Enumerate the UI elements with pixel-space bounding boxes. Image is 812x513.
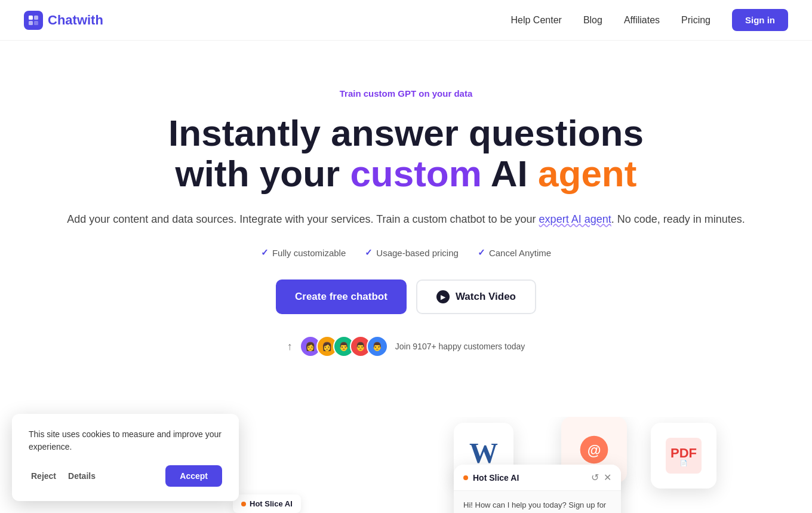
- svg-rect-1: [34, 16, 38, 20]
- chatbot-name-tag: Hot Slice AI: [233, 494, 301, 513]
- svg-rect-2: [29, 21, 33, 25]
- chat-header-actions: ↺ ✕: [591, 472, 611, 483]
- hero-features: ✓ Fully customizable ✓ Usage-based prici…: [12, 247, 800, 258]
- hubspot-icon: @: [579, 435, 609, 465]
- create-chatbot-button[interactable]: Create free chatbot: [276, 279, 407, 314]
- nav-affiliates[interactable]: Affiliates: [624, 15, 660, 26]
- nav-links: Help Center Blog Affiliates Pricing Sign…: [511, 9, 789, 31]
- chat-status-dot: [463, 475, 468, 480]
- hero-title: Instantly answer questions with your cus…: [137, 113, 675, 194]
- nav-help-center[interactable]: Help Center: [511, 15, 562, 26]
- hero-ctas: Create free chatbot ▶ Watch Video: [12, 279, 800, 314]
- pdf-icon: PDF 📄: [666, 438, 702, 474]
- hero-title-agent: agent: [538, 153, 636, 194]
- cookie-banner: This site uses cookies to measure and im…: [12, 414, 239, 501]
- expert-ai-agent-link[interactable]: expert AI agent: [539, 213, 611, 225]
- refresh-icon: ↺: [591, 472, 599, 483]
- avatar-5: 👨: [367, 336, 388, 357]
- signin-button[interactable]: Sign in: [732, 9, 788, 31]
- close-icon: ✕: [604, 472, 611, 483]
- cookie-reject-button[interactable]: Reject: [29, 466, 59, 486]
- navbar: Chatwith Help Center Blog Affiliates Pri…: [0, 0, 812, 41]
- nav-pricing[interactable]: Pricing: [681, 15, 710, 26]
- hero-section: Train custom GPT on your data Instantly …: [0, 41, 812, 417]
- svg-text:PDF: PDF: [670, 446, 697, 460]
- svg-rect-0: [29, 16, 33, 20]
- nav-blog[interactable]: Blog: [583, 15, 602, 26]
- logo[interactable]: Chatwith: [24, 11, 103, 30]
- cookie-details-button[interactable]: Details: [66, 466, 98, 486]
- customer-avatars: 👩 👩 👨 👨 👨: [300, 336, 388, 357]
- chat-widget: Hot Slice AI ↺ ✕ Hi! How can I help you …: [454, 465, 621, 513]
- chat-bot-name: Hot Slice AI: [463, 473, 519, 483]
- svg-rect-3: [34, 21, 38, 25]
- logo-text: Chatwith: [48, 13, 103, 28]
- feature-pricing: ✓ Usage-based pricing: [365, 247, 459, 258]
- chat-header: Hot Slice AI ↺ ✕: [454, 465, 621, 491]
- feature-cancel: ✓ Cancel Anytime: [478, 247, 551, 258]
- play-icon: ▶: [436, 290, 450, 303]
- social-proof-text: Join 9107+ happy customers today: [395, 342, 525, 351]
- cookie-message: This site uses cookies to measure and im…: [29, 428, 222, 453]
- svg-text:@: @: [588, 443, 601, 458]
- chat-body: Hi! How can I help you today? Sign up fo…: [454, 491, 621, 513]
- cookie-accept-button[interactable]: Accept: [165, 465, 222, 487]
- hero-title-line1: Instantly answer questions: [168, 112, 644, 153]
- hero-title-ai: AI: [482, 153, 538, 194]
- cookie-actions: Reject Details Accept: [29, 465, 222, 487]
- hero-description: Add your content and data sources. Integ…: [12, 211, 800, 228]
- social-proof: ↑ 👩 👩 👨 👨 👨 Join 9107+ happy customers t…: [12, 336, 800, 357]
- pdf-icon-card: PDF 📄: [651, 423, 716, 489]
- hero-title-custom: custom: [350, 153, 481, 194]
- logo-icon: [24, 11, 43, 30]
- hero-subtitle: Train custom GPT on your data: [12, 88, 800, 99]
- share-icon: ↑: [287, 340, 293, 353]
- feature-customizable: ✓ Fully customizable: [261, 247, 346, 258]
- svg-text:📄: 📄: [680, 459, 688, 467]
- bot-status-dot: [241, 502, 246, 506]
- hero-title-line2-prefix: with your: [176, 153, 350, 194]
- watch-video-button[interactable]: ▶ Watch Video: [416, 279, 536, 314]
